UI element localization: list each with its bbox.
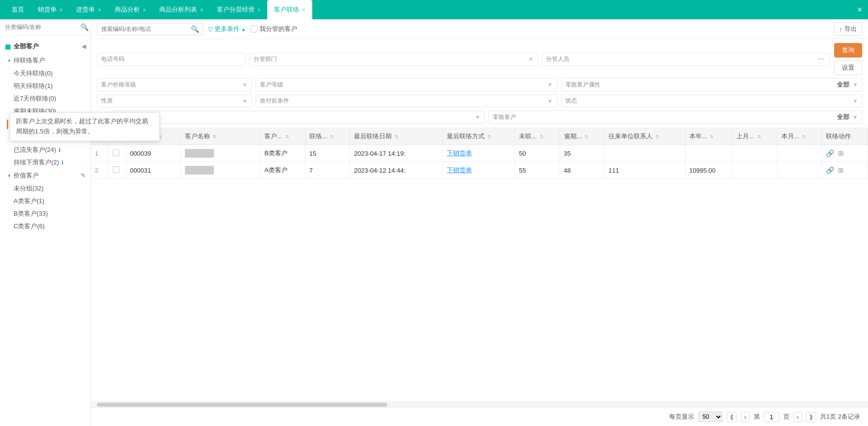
close-product-analysis-list-icon[interactable]: × xyxy=(200,7,203,13)
sidebar-search-icon[interactable]: 🔍 xyxy=(80,23,89,31)
status-filter[interactable]: 状态 ▼ xyxy=(561,94,862,107)
customer-type-filter[interactable]: 客户类型 ▼ xyxy=(111,111,485,124)
sidebar-ungroup[interactable]: 未分组(32) xyxy=(0,182,91,195)
nav-customer-stratification[interactable]: 客户分层经营 × xyxy=(210,0,267,19)
sidebar-today-contact[interactable]: 今天待联络(0) xyxy=(0,67,91,80)
last-page-button[interactable]: ⟫ xyxy=(806,412,816,422)
my-customer-checkbox[interactable] xyxy=(251,26,258,32)
sort-last-month-icon[interactable]: ⇅ xyxy=(757,134,761,139)
sidebar-tomorrow-contact[interactable]: 明天待联络(1) xyxy=(0,80,91,92)
gender-filter[interactable]: 性质 ▼ xyxy=(97,94,252,107)
nav-home[interactable]: 首页 xyxy=(5,0,31,19)
next-page-button[interactable]: › xyxy=(793,412,802,422)
row-2-checkbox[interactable] xyxy=(113,166,120,173)
action-link-icon-2[interactable]: 🔗 xyxy=(826,166,834,174)
sidebar-continuous-down[interactable]: 持续下滑客户(2) ℹ xyxy=(0,156,91,169)
price-level-filter[interactable]: 客户价格等级 ▼ xyxy=(97,78,252,91)
row-no-contact-2: 55 xyxy=(515,162,560,179)
query-button[interactable]: 查询 xyxy=(834,43,862,58)
th-name[interactable]: 客户名称 ⇅ xyxy=(181,128,260,145)
sort-year-icon[interactable]: ⇅ xyxy=(710,134,714,139)
filter-row-3: 性质 ▼ 收付款条件 ▼ 状态 ▼ xyxy=(97,94,862,107)
already-lost-info-icon[interactable]: ℹ xyxy=(59,147,61,153)
sidebar-b-class[interactable]: B类客户(33) xyxy=(0,207,91,220)
row-code-1[interactable]: 000039 xyxy=(126,145,181,162)
sidebar-search-area: 🔍 xyxy=(0,19,91,35)
nav-purchase-order[interactable]: 进货单 × xyxy=(69,0,107,19)
row-name-1[interactable] xyxy=(181,145,260,162)
export-button[interactable]: ↑ 导出 xyxy=(834,22,863,36)
action-link-icon-1[interactable]: 🔗 xyxy=(826,149,834,157)
more-conditions-button[interactable]: ▽ 更多条件 ▲ xyxy=(208,25,246,33)
dept-filter[interactable]: 分管部门 ▼ xyxy=(249,53,538,66)
close-product-analysis-icon[interactable]: × xyxy=(143,7,146,13)
filter-bar: 🔍 ▽ 更多条件 ▲ 我分管的客户 ↑ 导出 xyxy=(91,19,868,39)
sidebar-week-contact[interactable]: 近7天待联络(0) xyxy=(0,92,91,105)
th-customer-type[interactable]: 客户... ⇅ xyxy=(260,128,305,145)
retail-customer-filter[interactable]: 零散客户 全部 ▼ xyxy=(488,110,862,124)
phone-filter[interactable]: 电话号码 xyxy=(97,53,245,66)
main-layout: 🔍 ▦ 全部客户 ◀ ▼ 待联络客户 今天待联络(0) 明天待联络(1) 近7天… xyxy=(0,19,868,426)
prev-page-button[interactable]: ‹ xyxy=(741,412,749,422)
close-customer-contact-icon[interactable]: × xyxy=(302,7,305,13)
sidebar-already-lost[interactable]: 已流失客户(24) ℹ xyxy=(0,144,91,156)
current-page-input[interactable] xyxy=(764,412,779,422)
sort-no-contact-icon[interactable]: ⇅ xyxy=(540,134,544,139)
continuous-down-info-icon[interactable]: ℹ xyxy=(61,160,63,165)
my-customer-checkbox-area[interactable]: 我分管的客户 xyxy=(251,25,297,33)
page-size-select[interactable]: 50 20 100 xyxy=(698,411,723,422)
action-grid-icon-1[interactable]: ⊞ xyxy=(838,149,844,157)
value-group-edit-icon[interactable]: ✎ xyxy=(81,172,86,179)
sort-contact-icon[interactable]: ⇅ xyxy=(330,134,334,139)
scrollbar-thumb[interactable] xyxy=(97,403,387,407)
th-last-contact-date[interactable]: 最后联络日期 ⇅ xyxy=(350,128,443,145)
th-current-year[interactable]: 本年... ⇅ xyxy=(685,128,732,145)
row-method-1[interactable]: 下销货单 xyxy=(443,145,515,162)
th-no-contact[interactable]: 未联... ⇅ xyxy=(515,128,560,145)
sort-month-icon[interactable]: ⇅ xyxy=(802,134,806,139)
price-level-arrow-icon: ▼ xyxy=(242,82,247,88)
nav-product-analysis-list[interactable]: 商品分析列表 × xyxy=(152,0,210,19)
sidebar-c-class[interactable]: C类客户(6) xyxy=(0,220,91,233)
row-1-checkbox[interactable] xyxy=(113,149,120,156)
sidebar-waiting-contact-group[interactable]: ▼ 待联络客户 xyxy=(0,54,91,67)
th-partner-contact[interactable]: 往来单位联系人 ⇅ xyxy=(605,128,685,145)
row-method-2[interactable]: 下销货单 xyxy=(443,162,515,179)
sort-partner-icon[interactable]: ⇅ xyxy=(655,134,659,139)
row-code-2[interactable]: 000031 xyxy=(126,162,181,179)
customer-level-filter[interactable]: 客户等级 ▼ xyxy=(256,78,557,91)
close-customer-stratification-icon[interactable]: × xyxy=(258,7,260,13)
nav-product-analysis[interactable]: 商品分析 × xyxy=(108,0,152,19)
sidebar-all-customers[interactable]: ▦ 全部客户 ◀ xyxy=(0,39,91,54)
th-current-month[interactable]: 本月... ⇅ xyxy=(777,128,822,145)
nav-customer-contact[interactable]: 客户联络 × xyxy=(267,0,312,19)
filter-search-icon[interactable]: 🔍 xyxy=(191,25,199,33)
first-page-button[interactable]: ⟪ xyxy=(727,412,737,422)
sidebar-a-class[interactable]: A类客户(1) xyxy=(0,195,91,207)
close-purchase-order-icon[interactable]: × xyxy=(98,7,101,13)
action-grid-icon-2[interactable]: ⊞ xyxy=(838,166,844,174)
sort-type-icon[interactable]: ⇅ xyxy=(285,134,289,139)
search-input[interactable] xyxy=(101,26,188,32)
sort-name-icon[interactable]: ⇅ xyxy=(213,134,216,139)
nav-sales-order[interactable]: 销货单 × xyxy=(31,0,69,19)
retail-attr-filter[interactable]: 零散客户属性 全部 ▼ xyxy=(561,78,862,91)
person-filter-dots[interactable]: ··· xyxy=(816,55,826,63)
sidebar-search-input[interactable] xyxy=(5,24,77,30)
close-all-tabs-button[interactable]: × xyxy=(857,5,862,15)
th-last-month[interactable]: 上月... ⇅ xyxy=(732,128,777,145)
payment-filter[interactable]: 收付款条件 ▼ xyxy=(256,94,557,107)
horizontal-scrollbar[interactable] xyxy=(91,401,868,407)
settings-button[interactable]: 设置 xyxy=(834,60,862,75)
sort-method-icon[interactable]: ⇅ xyxy=(487,134,491,139)
sort-date-icon[interactable]: ⇅ xyxy=(395,134,398,139)
th-contact-count[interactable]: 联络... ⇅ xyxy=(305,128,350,145)
person-filter[interactable]: 分管人员 ··· xyxy=(542,53,830,66)
th-last-contact-method[interactable]: 最后联络方式 ⇅ xyxy=(443,128,515,145)
row-no-contact-1: 50 xyxy=(515,145,560,162)
sidebar-value-group[interactable]: ▼ 价值客户 ✎ xyxy=(0,169,91,182)
close-sales-order-icon[interactable]: × xyxy=(60,7,62,13)
sort-overdue-icon[interactable]: ⇅ xyxy=(584,134,588,139)
th-overdue[interactable]: 逾期... ⇅ xyxy=(560,128,604,145)
row-name-2[interactable] xyxy=(181,162,260,179)
